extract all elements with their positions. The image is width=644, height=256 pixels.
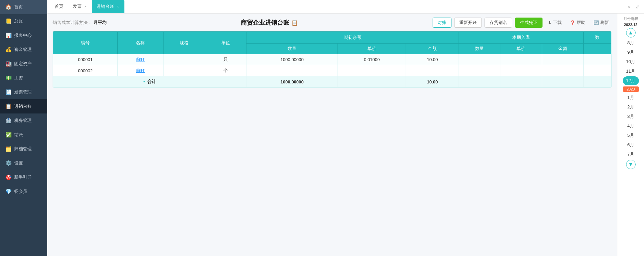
item-name-link[interactable]: 前缸 xyxy=(136,57,145,62)
vip-icon: 💎 xyxy=(5,188,11,195)
sidebar-item-label: 总账 xyxy=(14,18,23,24)
sidebar-item-label: 发票管理 xyxy=(14,89,32,95)
month-item-3[interactable]: 3月 xyxy=(623,112,639,121)
reopen-button[interactable]: 重新开账 xyxy=(454,18,482,28)
cost-method: 销售成本计算方法： 月平均 xyxy=(53,20,107,26)
refresh-button[interactable]: 🔄 刷新 xyxy=(591,18,612,27)
col-extra-sub xyxy=(583,44,611,54)
month-item-2[interactable]: 2月 xyxy=(623,103,639,111)
total-icon: ▪ xyxy=(143,79,145,84)
cell-in-qty xyxy=(459,54,500,65)
sidebar-item-salary[interactable]: 💵 工资 xyxy=(0,71,47,85)
sidebar: 🏠 首页 📒 总账 📊 报表中心 💰 资金管理 🏭 固定资产 💵 工资 🧾 发票… xyxy=(0,0,47,256)
sidebar-item-label: 报表中心 xyxy=(14,32,32,39)
data-table-container: 编号 名称 规格 单位 期初余额 本期入库 数 数量 单价 金额 数 xyxy=(53,31,612,88)
sidebar-item-assets[interactable]: 🏭 固定资产 xyxy=(0,57,47,71)
table-body: 000001 前缸 只 1000.00000 0.01000 10.00 xyxy=(53,54,611,87)
help-button[interactable]: ❓ 帮助 xyxy=(567,18,588,27)
cell-opening-qty xyxy=(246,65,338,76)
sidebar-item-label: 结账 xyxy=(14,132,23,138)
tab-purchase-sales[interactable]: 进销台账 × xyxy=(92,0,124,13)
sidebar-item-tax[interactable]: 🏦 税务管理 xyxy=(0,113,47,128)
total-in-price xyxy=(500,76,542,87)
month-item-1[interactable]: 1月 xyxy=(623,93,639,102)
sidebar-item-label: 归档管理 xyxy=(14,146,32,152)
page-title: 商贸企业进销台账 📋 xyxy=(241,19,298,27)
tab-invoice[interactable]: 发票 × xyxy=(68,0,92,13)
cost-method-value: 月平均 xyxy=(93,20,107,25)
assets-icon: 🏭 xyxy=(5,61,11,67)
cell-in-price xyxy=(500,54,542,65)
main-area: 首页 发票 × 进销台账 × × ⤢ 销售成本计算方法： 月平均 商贸企业进 xyxy=(47,0,644,256)
month-item-7[interactable]: 7月 xyxy=(623,150,639,159)
month-item-12[interactable]: 12月 xyxy=(623,76,639,85)
month-item-5[interactable]: 5月 xyxy=(623,131,639,140)
cell-extra xyxy=(583,65,611,76)
total-extra xyxy=(583,76,611,87)
sidebar-item-funds[interactable]: 💰 资金管理 xyxy=(0,43,47,57)
save-alias-button[interactable]: 存货别名 xyxy=(485,18,512,28)
col-group-inbound: 本期入库 xyxy=(459,32,584,44)
sidebar-item-label: 设置 xyxy=(14,160,23,166)
sidebar-item-archive[interactable]: 🗂️ 归档管理 xyxy=(0,142,47,156)
month-item-9[interactable]: 9月 xyxy=(623,48,639,57)
cell-opening-amount: 10.00 xyxy=(406,54,459,65)
window-close-button[interactable]: × xyxy=(625,3,633,10)
cell-opening-price: 0.01000 xyxy=(338,54,406,65)
toolbar-actions: 对账 重新开账 存货别名 生成凭证 ⬇ 下载 ❓ 帮助 🔄 刷新 xyxy=(433,18,612,28)
total-opening-amount: 10.00 xyxy=(406,76,459,87)
table-row: 000001 前缸 只 1000.00000 0.01000 10.00 xyxy=(53,54,611,65)
col-header-name: 名称 xyxy=(117,32,163,54)
sidebar-item-closing[interactable]: ✅ 结账 xyxy=(0,128,47,142)
sidebar-item-label: 首页 xyxy=(14,4,23,10)
total-in-amount xyxy=(542,76,583,87)
sidebar-item-settings[interactable]: ⚙️ 设置 xyxy=(0,156,47,170)
tab-invoice-close[interactable]: × xyxy=(84,4,87,9)
tab-home[interactable]: 首页 xyxy=(50,0,68,13)
sidebar-item-reports[interactable]: 📊 报表中心 xyxy=(0,28,47,43)
month-item-10[interactable]: 10月 xyxy=(623,57,639,66)
sidebar-item-invoice-mgmt[interactable]: 🧾 发票管理 xyxy=(0,85,47,99)
window-maximize-button[interactable]: ⤢ xyxy=(634,3,641,10)
sidebar-item-home[interactable]: 🏠 首页 xyxy=(0,0,47,14)
tab-purchase-sales-close[interactable]: × xyxy=(116,4,119,9)
guide-icon: 🎯 xyxy=(5,174,11,180)
month-panel: 月份选择 2022.12 ▲ 8月 9月 10月 11月 12月 2023 1月… xyxy=(617,14,644,256)
item-name-link[interactable]: 前缸 xyxy=(136,68,145,73)
cell-opening-price xyxy=(338,65,406,76)
month-item-4[interactable]: 4月 xyxy=(623,122,639,130)
sidebar-item-ledger[interactable]: 📒 总账 xyxy=(0,14,47,28)
tab-purchase-sales-label: 进销台账 xyxy=(96,3,114,9)
download-icon: ⬇ xyxy=(548,20,552,25)
invoice-icon: 🧾 xyxy=(5,89,11,95)
cell-id: 000002 xyxy=(53,65,118,76)
col-opening-qty: 数量 xyxy=(246,44,338,54)
salary-icon: 💵 xyxy=(5,75,11,81)
settings-icon: ⚙️ xyxy=(5,160,11,166)
content-area: 销售成本计算方法： 月平均 商贸企业进销台账 📋 对账 重新开账 存货别名 生成… xyxy=(47,14,644,256)
total-opening-qty: 1000.00000 xyxy=(246,76,338,87)
year-badge-2023: 2023 xyxy=(623,86,639,92)
col-group-opening: 期初余额 xyxy=(246,32,459,44)
page-title-text: 商贸企业进销台账 xyxy=(241,19,289,27)
month-nav-down[interactable]: ▼ xyxy=(626,160,636,169)
sidebar-item-vip[interactable]: 💎 畅会员 xyxy=(0,184,47,199)
sidebar-item-purchase-sales[interactable]: 📋 进销台账 xyxy=(0,99,47,113)
col-in-price: 单价 xyxy=(500,44,542,54)
month-panel-title: 月份选择 xyxy=(623,16,638,21)
download-button[interactable]: ⬇ 下载 xyxy=(545,18,564,27)
col-header-id: 编号 xyxy=(53,32,118,54)
reconcile-button[interactable]: 对账 xyxy=(433,18,451,28)
generate-voucher-button[interactable]: 生成凭证 xyxy=(515,18,543,28)
cell-spec xyxy=(163,54,205,65)
sidebar-item-label: 固定资产 xyxy=(14,61,32,67)
reports-icon: 📊 xyxy=(5,32,11,39)
month-nav-up[interactable]: ▲ xyxy=(626,28,636,37)
sidebar-item-guide[interactable]: 🎯 新手引导 xyxy=(0,170,47,184)
cell-extra xyxy=(583,54,611,65)
month-item-8[interactable]: 8月 xyxy=(623,39,639,47)
sidebar-item-label: 畅会员 xyxy=(14,188,27,195)
closing-icon: ✅ xyxy=(5,132,11,138)
month-item-6[interactable]: 6月 xyxy=(623,140,639,149)
month-item-11[interactable]: 11月 xyxy=(623,67,639,76)
